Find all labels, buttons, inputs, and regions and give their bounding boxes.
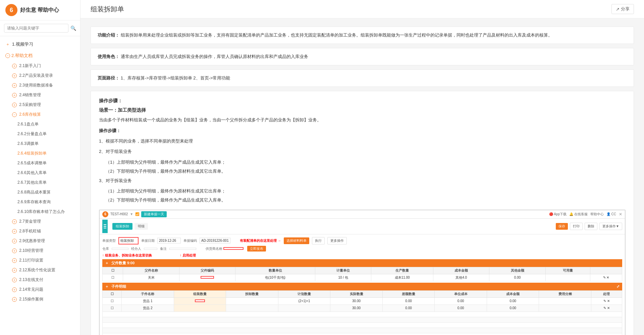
td-l-unit-cost: 0.00 <box>435 297 487 304</box>
th-l-assemble-qty: 组装数量 <box>174 290 226 297</box>
lower-table-row <box>103 333 622 335</box>
sidebar-item-video-learning[interactable]: ＋ 1.视频学习 <box>0 39 80 50</box>
sidebar-item-coupon[interactable]: ＋ 2.9优惠券管理 <box>0 236 80 246</box>
intro-label: 功能介绍： <box>98 33 119 38</box>
sidebar-item-assembly[interactable]: 2.6.4组装拆卸单 <box>0 149 80 158</box>
lower-table-row <box>103 317 622 322</box>
td-cost-amt: 其他4.0 <box>433 274 489 281</box>
fake-form-area: 单据类型 组装拆卸 单据日期 2019-12-26 单据编码 AD-201912… <box>100 234 625 335</box>
step-1: 1、根据不同的业务，选择不同单据的类型来处理 <box>99 137 626 145</box>
fake-tab-assembly: 组装拆卸 <box>112 223 132 230</box>
fake-app-left: 6 TEST-H002 ▼ 📶 新建单据一天 <box>102 211 167 217</box>
sidebar-item-mobile[interactable]: ＋ 2.8手机旺铺 <box>0 226 80 236</box>
nav-sub-items-2: ＋ 2.1新手入门 ＋ 2.2产品安装及登录 ＋ 2.3使用前数据准备 ＋ 2.… <box>0 61 80 304</box>
td-l-disassemble-qty <box>226 297 278 304</box>
td-other-amt: 0.00 <box>489 274 545 281</box>
plus-icon-sm: ＋ <box>12 248 17 253</box>
td-l-actual-qty: 30.00 <box>330 297 383 304</box>
scenario1-desc: 当由多个子件材料组装成一个成品的业务为【组装】业务，当由一个父件拆分成多个子产品… <box>99 116 626 124</box>
icon-line2 <box>104 226 106 227</box>
fake-logo: 6 <box>102 211 108 217</box>
path-text: 1、库存核算->库存管理->组装拆卸单 2、首页->常用功能 <box>121 75 230 80</box>
icon-line3 <box>104 228 106 228</box>
sidebar-item-data-prep-label: 2.3使用前数据准备 <box>19 83 53 88</box>
td-prod-qty: 成本11.00 <box>371 274 433 281</box>
annotation-activate-text: ↑ 启用处理 <box>180 254 196 257</box>
annotation-switch-text: ↑ 组装业务、拆卸业务在这里切换 <box>102 254 152 257</box>
fake-more-btn: 更多操作▼ <box>599 223 622 230</box>
sidebar-item-label: 1.视频学习 <box>12 41 33 47</box>
sidebar-item-purchase[interactable]: ＋ 2.5采购管理 <box>0 100 80 110</box>
share-label: 分享 <box>621 6 630 12</box>
search-input[interactable] <box>4 24 68 33</box>
fake-screenshot: 6 TEST-H002 ▼ 📶 新建单据一天 🔴 App下载 🔔 在线客服 帮助… <box>99 210 625 335</box>
role-text: 通常由生产人员或库管人员完成拆装业务的操作，库管人员确认原材料的出库和产成品的入… <box>121 54 308 59</box>
td-l-name: 货品 1 <box>122 297 174 304</box>
steps-label: 操作步骤： <box>99 127 626 134</box>
sidebar-item-inventory-count[interactable]: 2.6.1盘点单 <box>0 119 80 129</box>
td-qty-unit: 包(10千克/包) <box>235 274 315 281</box>
minus-icon-sm: － <box>12 112 17 117</box>
sidebar-item-sales-label: 2.4销售管理 <box>19 93 41 97</box>
sidebar-item-cost-adjust[interactable]: 2.6.5成本调整单 <box>0 158 80 168</box>
fake-expand-icon: ⤢ <box>616 284 620 289</box>
th-l-unit-cost: 单位成本 <box>435 290 487 297</box>
sidebar-item-ledger-error[interactable]: 2.6.10库存账本错了怎么办 <box>0 207 80 217</box>
share-button[interactable]: ↗ 分享 <box>611 4 634 14</box>
plus-icon-sm: ＋ <box>12 229 17 234</box>
th-cost-amt: 成本金额 <box>433 267 489 274</box>
sidebar-header: 6 好生意 帮助中心 <box>0 0 80 20</box>
fake-user-avatar: 👤 CC <box>606 212 616 216</box>
sidebar-item-customize[interactable]: ＋ 2.12系统个性化设置 <box>0 265 80 275</box>
sidebar-item-print[interactable]: ＋ 2.11打印设置 <box>0 256 80 265</box>
fake-new-tab: 新建单据一天 <box>141 211 167 217</box>
screenshot-container: 6 TEST-H002 ▼ 📶 新建单据一天 🔴 App下载 🔔 在线客服 帮助… <box>99 210 626 335</box>
sidebar-item-data-prep[interactable]: ＋ 2.3使用前数据准备 <box>0 80 80 90</box>
search-box: 🔍 <box>0 20 80 36</box>
th-l-diff-qty: 差额数量 <box>382 290 435 297</box>
sidebar-item-other-outbound[interactable]: 2.6.7其他出库单 <box>0 178 80 187</box>
sidebar-item-newcomer[interactable]: ＋ 2.1新手入门 <box>0 61 80 71</box>
sidebar-item-payment[interactable]: ＋ 2.13在线支付 <box>0 275 80 285</box>
sidebar-item-faq[interactable]: ＋ 2.14常见问题 <box>0 285 80 294</box>
sidebar-item-cost-recalc[interactable]: 2.6.8商品成本重算 <box>0 187 80 197</box>
td-l-diff-qty: 0.00 <box>382 304 435 312</box>
sidebar-item-partial-count[interactable]: 2.6.2分量盘点单 <box>0 129 80 139</box>
sidebar-item-other-inbound[interactable]: 2.6.6其他入库单 <box>0 168 80 178</box>
sidebar-item-cases[interactable]: ＋ 2.15操作案例 <box>0 294 80 304</box>
plus-icon-sm: ＋ <box>12 83 17 88</box>
fake-select-btn: 选择材料料单 <box>284 237 309 244</box>
lower-table-row: ☐ 货品 1 (2+1)+1 30.00 0.00 0.00 0.00 <box>103 297 622 304</box>
fake-upper-title: 父件数量 9:00 <box>111 261 135 266</box>
fake-form-row-2: 仓库 经办人 备注 供货商名称 立即发布 <box>102 246 622 251</box>
plus-icon-sm: ＋ <box>12 258 17 263</box>
fake-tab-detail: 明细 <box>135 223 148 230</box>
empty-row <box>103 322 622 328</box>
fake-code-value: AD-20191226-001 <box>200 238 230 243</box>
sidebar-item-help-docs[interactable]: － 2.帮助文档 <box>0 50 80 61</box>
td-parent-code <box>179 274 235 281</box>
sidebar-item-sales[interactable]: ＋ 2.4销售管理 <box>0 90 80 100</box>
fake-type-label: 单据类型 <box>102 238 116 243</box>
td-parent-name: 关米 <box>123 274 179 281</box>
td-l-checkbox: ☐ <box>103 297 122 304</box>
fake-form-relative: 单据类型 组装拆卸 单据日期 2019-12-26 单据编码 AD-201912… <box>102 237 622 258</box>
sidebar-item-install[interactable]: ＋ 2.2产品安装及登录 <box>0 71 80 80</box>
plus-icon-sm: ＋ <box>12 93 17 98</box>
plus-icon: ＋ <box>5 42 10 47</box>
fake-warehouse-value <box>112 248 128 250</box>
sidebar-item-inventory[interactable]: － 2.6库存核算 <box>0 110 80 119</box>
sidebar-item-operations[interactable]: ＋ 2.10经营管理 <box>0 246 80 256</box>
fake-btn2: 更多操作 <box>327 237 347 244</box>
sidebar-item-transfer[interactable]: 2.6.3调拨单 <box>0 139 80 149</box>
sidebar-item-ledger-query[interactable]: 2.6.9库存账本查询 <box>0 197 80 207</box>
plus-icon-sm: ＋ <box>12 73 17 78</box>
main-content: 功能介绍： 组装拆卸单用来处理企业组装或拆卸等加工业务，支持有固定装配清单的产品… <box>80 18 644 335</box>
sidebar-item-finance[interactable]: ＋ 2.7资金管理 <box>0 217 80 226</box>
plus-icon-sm: ＋ <box>12 239 17 243</box>
minus-icon: － <box>5 53 10 58</box>
td-l-plan-qty: (2+1)+1 <box>278 297 330 304</box>
fake-form-row-1: 单据类型 组装拆卸 单据日期 2019-12-26 单据编码 AD-201912… <box>102 237 622 244</box>
td-l-plan-qty <box>278 304 330 312</box>
search-button[interactable]: 🔍 <box>70 25 76 31</box>
